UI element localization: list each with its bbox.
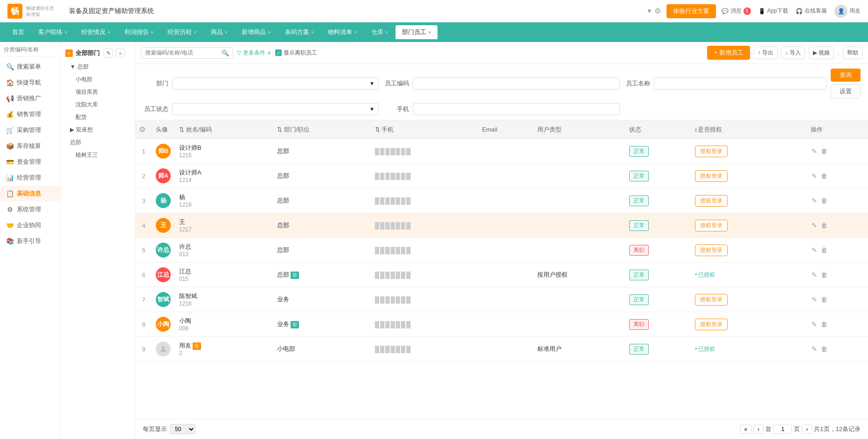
sidebar-item-inventory[interactable]: 📦 库存核算 xyxy=(0,138,60,154)
auth-login-button[interactable]: 授权登录 xyxy=(695,195,728,207)
dept-subitem-xiaodian[interactable]: 小电部 xyxy=(61,73,135,86)
help-button[interactable]: 帮助 xyxy=(843,47,862,59)
message-button[interactable]: 💬 消息 5 xyxy=(722,7,751,15)
edit-icon[interactable]: ✎ xyxy=(812,222,817,229)
close-icon[interactable]: × xyxy=(225,29,228,35)
view-button[interactable]: ▶ 视频 xyxy=(809,47,834,59)
online-service-button[interactable]: 🎧 在线客服 xyxy=(796,7,827,15)
delete-icon[interactable]: 🗑 xyxy=(821,271,827,279)
gear-icon[interactable]: ⚙ xyxy=(654,7,661,15)
sidebar-item-collab[interactable]: 🤝 企业协同 xyxy=(0,217,60,233)
reset-button[interactable]: 设置 xyxy=(831,84,861,98)
sidebar-item-system[interactable]: ⚙ 系统管理 xyxy=(0,202,60,217)
delete-icon[interactable]: 🗑 xyxy=(821,172,827,180)
dropdown-arrow-system[interactable]: ▼ xyxy=(646,7,653,14)
more-filter-button[interactable]: ▽ 更多条件 ∧ xyxy=(237,49,271,57)
experience-button[interactable]: 体验行业方案 xyxy=(667,4,716,18)
import-button[interactable]: ↓ 导入 xyxy=(781,47,805,59)
delete-icon[interactable]: 🗑 xyxy=(821,197,827,204)
dept-subitem-delivery[interactable]: 配货 xyxy=(61,111,135,124)
th-phone[interactable]: ⇅ 手机 xyxy=(371,120,479,139)
delete-icon[interactable]: 🗑 xyxy=(821,345,827,353)
dept-collapse-button[interactable]: « xyxy=(116,49,125,58)
user-area[interactable]: 👤 用友 xyxy=(834,5,861,18)
phone-input[interactable] xyxy=(413,103,619,115)
tab-goods[interactable]: 商品 × xyxy=(204,25,234,39)
dept-subitem-project[interactable]: 项目库房 xyxy=(61,86,135,98)
tab-profit[interactable]: 利润报告 × xyxy=(118,25,160,39)
close-icon[interactable]: × xyxy=(268,29,271,35)
page-number-input[interactable] xyxy=(773,425,792,434)
edit-icon[interactable]: ✎ xyxy=(812,172,817,180)
close-icon-active[interactable]: × xyxy=(428,29,431,35)
auth-login-button[interactable]: 授权登录 xyxy=(695,220,728,231)
th-name-code[interactable]: ⇅ 姓名/编码 xyxy=(175,120,273,139)
export-button[interactable]: ↑ 导出 xyxy=(754,47,778,59)
app-download-button[interactable]: 📱 App下载 xyxy=(758,7,788,15)
delete-icon[interactable]: 🗑 xyxy=(821,147,827,155)
sidebar-item-sales[interactable]: 💰 销售管理 xyxy=(0,106,60,122)
emp-name-input[interactable] xyxy=(654,77,827,90)
emp-code-input[interactable] xyxy=(413,77,619,90)
prev-page-button[interactable]: ‹ xyxy=(753,425,764,434)
delete-icon[interactable]: 🗑 xyxy=(821,296,827,303)
tab-bom[interactable]: 物料清单 × xyxy=(321,25,363,39)
edit-icon[interactable]: ✎ xyxy=(812,321,817,328)
first-page-button[interactable]: « xyxy=(740,425,752,434)
tab-barcode[interactable]: 条码方案 × xyxy=(278,25,320,39)
dept-item-headquarters-root[interactable]: ▼总部 xyxy=(61,61,135,73)
sidebar-item-operation[interactable]: 📊 经营管理 xyxy=(0,170,60,186)
next-page-button[interactable]: › xyxy=(802,425,812,434)
th-dept-position[interactable]: ⇅ 部门/职位 xyxy=(273,120,371,139)
auth-login-button[interactable]: 授权登录 xyxy=(695,294,728,306)
tab-operation[interactable]: 经营情况 × xyxy=(75,25,117,39)
close-icon[interactable]: × xyxy=(311,29,314,35)
close-icon[interactable]: × xyxy=(107,29,110,35)
settings-gear-icon[interactable]: ⚙ xyxy=(139,125,146,133)
sidebar-item-search[interactable]: 🔍 搜索菜单 xyxy=(0,59,60,75)
sidebar-item-guide[interactable]: 📚 新手引导 xyxy=(0,233,60,249)
close-icon[interactable]: × xyxy=(64,29,67,35)
edit-icon[interactable]: ✎ xyxy=(812,345,817,353)
dept-subitem-zhishu[interactable]: 植树王三 xyxy=(61,149,135,161)
sidebar-item-marketing[interactable]: 📢 营销推广 xyxy=(0,91,60,106)
delete-icon[interactable]: 🗑 xyxy=(821,246,827,254)
dept-subitem-shenyang[interactable]: 沈阳大库 xyxy=(61,98,135,111)
tab-home[interactable]: 首页 xyxy=(6,25,31,39)
edit-icon[interactable]: ✎ xyxy=(812,246,817,254)
auth-login-button[interactable]: 授权登录 xyxy=(695,319,728,330)
delete-icon[interactable]: 🗑 xyxy=(821,321,827,328)
sidebar-item-finance[interactable]: 💳 资金管理 xyxy=(0,154,60,170)
sidebar-item-purchase[interactable]: 🛒 采购管理 xyxy=(0,122,60,138)
sidebar-item-basic-info[interactable]: 📋 基础信息 xyxy=(0,186,60,202)
edit-icon[interactable]: ✎ xyxy=(812,271,817,279)
edit-icon[interactable]: ✎ xyxy=(812,147,817,155)
sidebar-item-quicknav[interactable]: 🏠 快捷导航 xyxy=(0,75,60,91)
dept-item-zongbu[interactable]: 总部 xyxy=(61,136,135,149)
close-icon[interactable]: × xyxy=(151,29,153,35)
emp-status-select[interactable]: ▼ xyxy=(172,103,379,115)
show-resigned-toggle[interactable]: ✓ 显示离职员工 xyxy=(275,49,317,57)
tab-add-goods[interactable]: 新增商品 × xyxy=(235,25,277,39)
tab-department-staff[interactable]: 部门员工 × xyxy=(396,25,437,39)
auth-login-button[interactable]: 授权登录 xyxy=(695,244,728,256)
tab-customer[interactable]: 客户联络 × xyxy=(32,25,74,39)
dept-edit-button[interactable]: ✎ xyxy=(104,49,113,58)
close-icon[interactable]: × xyxy=(194,29,196,35)
query-button[interactable]: 查询 xyxy=(831,69,861,82)
search-input[interactable] xyxy=(145,49,220,56)
avatar-circle: 师A xyxy=(156,168,171,183)
close-icon[interactable]: × xyxy=(385,29,388,35)
auth-login-button[interactable]: 授权登录 xyxy=(695,146,728,157)
per-page-select[interactable]: 50 20 100 xyxy=(170,424,195,434)
edit-icon[interactable]: ✎ xyxy=(812,296,817,303)
add-employee-button[interactable]: + 新增员工 xyxy=(707,46,750,60)
dept-item-shuangzuo[interactable]: ▶双座想 xyxy=(61,124,135,136)
auth-login-button[interactable]: 授权登录 xyxy=(695,170,728,182)
dept-filter-select[interactable]: ▼ xyxy=(172,77,379,90)
tab-warehouse[interactable]: 仓库 × xyxy=(365,25,395,39)
delete-icon[interactable]: 🗑 xyxy=(821,222,827,229)
close-icon[interactable]: × xyxy=(354,29,357,35)
edit-icon[interactable]: ✎ xyxy=(812,197,817,204)
tab-history[interactable]: 经营历程 × xyxy=(161,25,203,39)
